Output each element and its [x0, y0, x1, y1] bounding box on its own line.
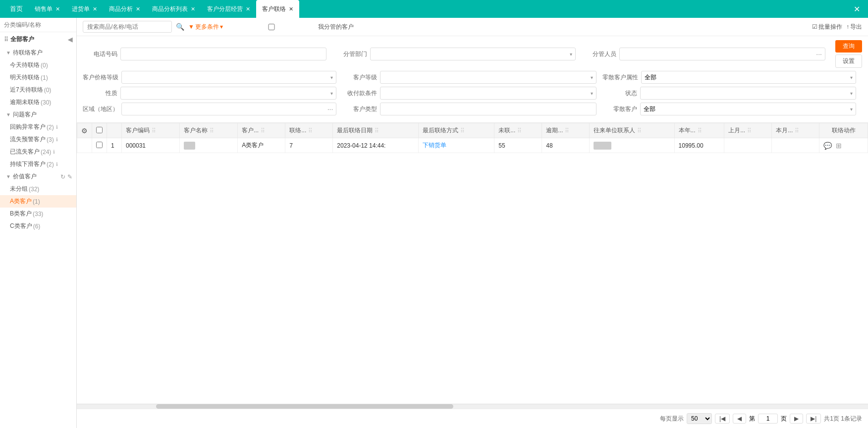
region-select[interactable]: ··· [121, 103, 336, 115]
sidebar-item-churn-risk[interactable]: 流失预警客户 (3) ℹ [0, 133, 76, 146]
sidebar-item-overdue[interactable]: 逾期未联络 (30) [0, 96, 76, 108]
last-page-button[interactable]: ▶| [806, 414, 821, 424]
resize-handle-11: ⠿ [747, 127, 752, 134]
sidebar-item-declining[interactable]: 持续下滑客户 (2) ℹ [0, 158, 76, 170]
row-this-month-cell [772, 138, 819, 153]
close-tab-sales[interactable]: ✕ [55, 6, 60, 12]
close-tab-analysis[interactable]: ✕ [136, 6, 140, 12]
query-button[interactable]: 查询 [835, 40, 862, 53]
row-code-cell: 000031 [122, 138, 180, 153]
my-customers-checkbox-label[interactable]: 我分管的客户 [227, 23, 354, 31]
sidebar-item-a-class[interactable]: A类客户 (1) [0, 195, 76, 208]
tab-analysis-list[interactable]: 商品分析列表 ✕ [146, 0, 201, 18]
chat-icon[interactable]: 💬 [823, 142, 832, 150]
select-all-checkbox[interactable] [96, 127, 103, 133]
retail-select[interactable]: 全部 ▾ [640, 103, 856, 115]
close-tab-purchase[interactable]: ✕ [93, 6, 97, 12]
group-problem-customers[interactable]: ▼ 问题客户 [0, 108, 76, 121]
col-unit-contact[interactable]: 往来单位联系人 ⠿ [590, 123, 674, 138]
chevron-icon: ▾ [220, 23, 223, 30]
group-value-customers[interactable]: ▼ 价值客户 ↻ ✎ [0, 170, 76, 183]
row-contact-cell: 7 [285, 138, 333, 153]
my-customers-checkbox[interactable] [227, 24, 316, 30]
close-tab-analysis-list[interactable]: ✕ [191, 6, 195, 12]
col-code[interactable]: 客户编码 ⠿ [122, 123, 180, 138]
filter-cell-dept: 分管部门 ▾ [332, 48, 582, 60]
person-select[interactable]: ··· [619, 48, 825, 60]
status-select[interactable]: ▾ [640, 87, 856, 100]
table-settings-icon[interactable]: ⚙ [81, 127, 88, 135]
price-level-select[interactable]: ▾ [121, 71, 336, 84]
col-last-method[interactable]: 最后联络方式 ⠿ [419, 123, 494, 138]
sidebar-item-c-class[interactable]: C类客户 (6) [0, 220, 76, 232]
more-filters-button[interactable]: ▼ 更多条件 ▾ [188, 23, 223, 31]
refresh-icon[interactable]: ↻ [60, 173, 65, 180]
export-button[interactable]: ↑ 导出 [846, 23, 862, 31]
scroll-thumb[interactable] [156, 404, 453, 409]
dots-icon-region[interactable]: ··· [327, 105, 333, 113]
first-page-button[interactable]: |◀ [715, 414, 730, 424]
col-no-contact[interactable]: 未联... ⠿ [494, 123, 542, 138]
col-contact[interactable]: 联络... ⠿ [285, 123, 333, 138]
col-last-date[interactable]: 最后联络日期 ⠿ [333, 123, 419, 138]
col-name[interactable]: 客户名称 ⠿ [180, 123, 238, 138]
dept-select[interactable]: ▾ [370, 48, 576, 60]
sidebar-search-input[interactable] [4, 21, 77, 28]
sidebar-item-ungrouped[interactable]: 未分组 (32) [0, 183, 76, 195]
tab-customer-contact[interactable]: 客户联络 ✕ [256, 0, 299, 18]
edit-icon[interactable]: ✎ [67, 173, 72, 180]
home-nav[interactable]: 首页 [4, 0, 29, 18]
row-checkbox-cell [92, 138, 107, 153]
col-last-month[interactable]: 上月... ⠿ [724, 123, 772, 138]
sidebar-item-abnormal[interactable]: 回购异常客户 (2) ℹ [0, 121, 76, 133]
search-input[interactable] [83, 21, 172, 33]
phone-input[interactable] [120, 48, 326, 60]
last-method-link[interactable]: 下销货单 [423, 142, 446, 149]
resize-handle-7: ⠿ [517, 127, 522, 134]
filter-row-4: 区域（地区） ··· 客户类型 零散客户 全部 ▾ [83, 103, 862, 115]
sidebar-item-b-class[interactable]: B类客户 (33) [0, 208, 76, 220]
tab-purchase[interactable]: 进货单 ✕ [66, 0, 103, 18]
sidebar-item-7days[interactable]: 近7天待联络 (0) [0, 84, 76, 96]
tab-analysis[interactable]: 商品分析 ✕ [103, 0, 146, 18]
tab-customer-tier[interactable]: 客户分层经营 ✕ [201, 0, 256, 18]
close-tab-customer-contact[interactable]: ✕ [289, 6, 293, 12]
next-page-button[interactable]: ▶ [790, 414, 803, 424]
arrow-icon-2: ▼ [6, 112, 11, 117]
prev-page-button[interactable]: ◀ [733, 414, 746, 424]
sidebar-item-tomorrow[interactable]: 明天待联络 (1) [0, 71, 76, 84]
payment-select[interactable]: ▾ [380, 87, 596, 100]
sidebar-item-today[interactable]: 今天待联络 (0) [0, 59, 76, 71]
col-category[interactable]: 客户... ⠿ [238, 123, 285, 138]
search-button[interactable]: 🔍 [176, 23, 184, 31]
row-action-cell: 💬 ⊞ [819, 138, 868, 153]
cust-type-input[interactable] [380, 103, 596, 115]
retail-attr-select[interactable]: 全部 ▾ [641, 71, 856, 84]
chevron-down-icon-2: ▾ [330, 75, 333, 80]
horizontal-scrollbar[interactable] [77, 404, 868, 409]
info-icon-2: ℹ [56, 137, 58, 142]
group-pending-contact[interactable]: ▼ 待联络客户 [0, 47, 76, 59]
col-overdue[interactable]: 逾期... ⠿ [542, 123, 590, 138]
sidebar-collapse-btn[interactable]: ◀ [68, 36, 72, 43]
tab-sales[interactable]: 销售单 ✕ [29, 0, 66, 18]
row-last-method-cell: 下销货单 [419, 138, 494, 153]
qr-icon[interactable]: ⊞ [836, 142, 842, 150]
close-window-button[interactable]: ✕ [850, 4, 864, 14]
nature-select[interactable]: ▾ [120, 87, 336, 100]
col-this-month[interactable]: 本月... ⠿ [772, 123, 819, 138]
close-tab-customer-tier[interactable]: ✕ [246, 6, 250, 12]
all-customers-section[interactable]: ⠿ 全部客户 ◀ [0, 32, 76, 47]
batch-operation-button[interactable]: ☑ 批量操作 [812, 23, 842, 31]
sidebar-item-churned[interactable]: 已流失客户 (24) ℹ [0, 146, 76, 158]
col-this-year[interactable]: 本年... ⠿ [674, 123, 724, 138]
per-page-select[interactable]: 50 20 100 [687, 413, 712, 424]
row-checkbox[interactable] [96, 142, 103, 148]
cust-level-select[interactable]: ▾ [380, 71, 596, 84]
info-icon-4: ℹ [56, 161, 58, 167]
settings-button[interactable]: 设置 [835, 54, 862, 68]
filter-icon: ▼ [188, 23, 194, 30]
row-no-contact-cell: 55 [494, 138, 542, 153]
page-number-input[interactable] [758, 414, 778, 424]
more-icon[interactable]: ··· [816, 50, 822, 58]
